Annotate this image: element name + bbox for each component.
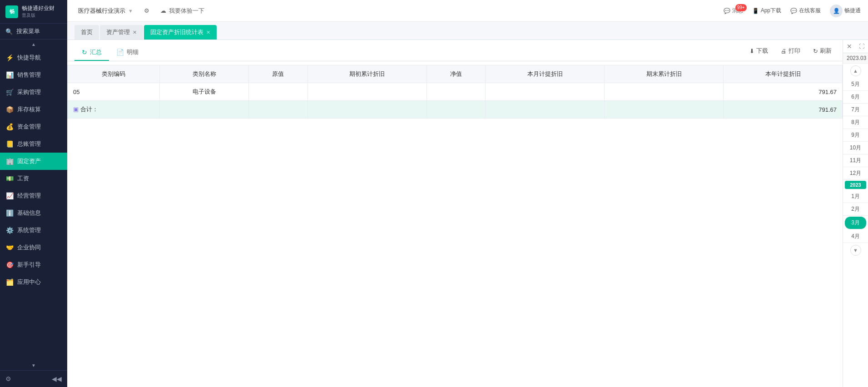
panel-month-9[interactable]: 9月 [843, 129, 868, 142]
sidebar-item-label: 采购管理 [17, 88, 41, 96]
search-icon: 🔍 [5, 28, 13, 35]
guide-icon: 🎯 [5, 261, 14, 269]
panel-expand-button[interactable]: ⛶ [859, 43, 864, 50]
subtotal-end-accumulated [605, 101, 724, 119]
sidebar-scroll-up[interactable]: ▲ [0, 39, 67, 49]
row-annual-depreciation: 791.67 [724, 83, 843, 101]
sidebar: 畅 畅捷通好业财 普及版 🔍 搜索菜单 ▲ ⚡ 快捷导航 📊 销售管理 🛒 采购… [0, 0, 67, 387]
sub-tab-detail[interactable]: 📄 明细 [109, 45, 146, 61]
tab-depreciation-report[interactable]: 固定资产折旧统计表 ✕ [144, 25, 217, 40]
tab-asset-mgmt-label: 资产管理 [106, 28, 130, 36]
footer-settings-icon[interactable]: ⚙ [5, 375, 11, 382]
sidebar-item-quick-nav[interactable]: ⚡ 快捷导航 [0, 49, 67, 66]
panel-close-button[interactable]: ✕ [847, 43, 852, 50]
panel-month-8[interactable]: 8月 [843, 116, 868, 129]
panel-scroll-up-button[interactable]: ▲ [850, 65, 861, 76]
ledger-icon: 📒 [5, 140, 14, 148]
sidebar-item-label: 经营管理 [17, 192, 41, 200]
sidebar-item-operations[interactable]: 📈 经营管理 [0, 187, 67, 204]
tab-depreciation-report-close[interactable]: ✕ [206, 30, 210, 35]
sidebar-item-enterprise[interactable]: 🤝 企业协同 [0, 239, 67, 256]
refresh-button[interactable]: ↻ 刷新 [809, 45, 835, 57]
col-header-annual-depreciation: 本年计提折旧 [724, 65, 843, 83]
sales-icon: 📊 [5, 71, 14, 79]
print-button[interactable]: 🖨 打印 [777, 45, 804, 57]
sidebar-footer: ⚙ ◀◀ [0, 370, 67, 387]
row-code: 05 [68, 83, 160, 101]
messages-button[interactable]: 💬 消息 99+ [724, 7, 743, 15]
panel-scroll-down-button[interactable]: ▼ [850, 245, 861, 256]
sidebar-item-basic-info[interactable]: ℹ️ 基础信息 [0, 204, 67, 222]
tab-depreciation-report-label: 固定资产折旧统计表 [150, 28, 203, 36]
panel-month-2[interactable]: 2月 [843, 203, 868, 216]
sub-tab-summary[interactable]: ↻ 汇总 [74, 45, 109, 61]
app-download-button[interactable]: 📱 App下载 [752, 7, 781, 15]
col-header-original-value: 原值 [249, 65, 308, 83]
user-menu[interactable]: 👤 畅捷通 [830, 5, 861, 17]
panel-month-11[interactable]: 11月 [843, 154, 868, 167]
sidebar-scroll-down[interactable]: ▼ [0, 360, 67, 370]
subtotal-icon: ▣ [73, 106, 79, 113]
footer-collapse-icon[interactable]: ◀◀ [52, 375, 62, 382]
panel-month-4[interactable]: 4月 [843, 230, 868, 243]
col-header-monthly-depreciation: 本月计提折旧 [486, 65, 605, 83]
experience-button[interactable]: ☁ 我要体验一下 [157, 5, 208, 17]
panel-month-5[interactable]: 5月 [843, 78, 868, 91]
subtotal-annual-depreciation: 791.67 [724, 101, 843, 119]
avatar: 👤 [830, 5, 843, 17]
subtotal-initial-accumulated [308, 101, 427, 119]
print-icon: 🖨 [781, 48, 787, 55]
sidebar-item-label: 系统管理 [17, 226, 41, 234]
subtotal-original-value [249, 101, 308, 119]
main-area: 医疗器械行业演示 ▼ ⚙ ☁ 我要体验一下 💬 消息 99+ 📱 App下载 💬… [67, 0, 868, 387]
tabs-bar: 首页 资产管理 ✕ 固定资产折旧统计表 ✕ [67, 22, 868, 40]
sidebar-item-label: 资金管理 [17, 123, 41, 131]
sidebar-item-label: 快捷导航 [17, 54, 41, 62]
operations-icon: 📈 [5, 192, 14, 200]
sidebar-item-inventory[interactable]: 📦 库存核算 [0, 101, 67, 118]
sidebar-item-payroll[interactable]: 💵 工资 [0, 170, 67, 187]
refresh-label: 刷新 [820, 47, 832, 55]
sidebar-item-ledger[interactable]: 📒 总账管理 [0, 135, 67, 153]
tab-home-label: 首页 [81, 28, 93, 36]
customer-service-icon: 💬 [790, 8, 797, 14]
sidebar-item-app-center[interactable]: 🗂️ 应用中心 [0, 273, 67, 291]
panel-month-1[interactable]: 1月 [843, 190, 868, 203]
tab-asset-mgmt-close[interactable]: ✕ [133, 30, 137, 35]
quick-nav-icon: ⚡ [5, 54, 14, 62]
tab-asset-mgmt[interactable]: 资产管理 ✕ [100, 25, 143, 40]
sidebar-item-fixed-assets[interactable]: 🏢 固定资产 [0, 153, 67, 170]
panel-months: ▲ 5月 6月 7月 8月 9月 10月 11月 12月 2023 1月 2月 … [843, 64, 868, 387]
sidebar-item-purchase[interactable]: 🛒 采购管理 [0, 84, 67, 101]
download-label: 下载 [756, 47, 768, 55]
search-menu-button[interactable]: 🔍 搜索菜单 [0, 24, 67, 39]
payroll-icon: 💵 [5, 174, 14, 183]
search-menu-label: 搜索菜单 [16, 27, 40, 35]
app-logo-icon: 畅 [5, 5, 18, 18]
table-row: 05 电子设备 791.67 [68, 83, 843, 101]
sidebar-item-system[interactable]: ⚙️ 系统管理 [0, 222, 67, 239]
col-header-end-accumulated: 期末累计折旧 [605, 65, 724, 83]
download-button[interactable]: ⬇ 下载 [746, 45, 772, 57]
panel-month-10[interactable]: 10月 [843, 142, 868, 154]
panel-year-2023: 2023 [845, 181, 866, 189]
panel-month-3-current[interactable]: 3月 [845, 217, 866, 229]
row-original-value [249, 83, 308, 101]
topbar-settings-button[interactable]: ⚙ [140, 5, 153, 17]
sidebar-item-label: 应用中心 [17, 278, 41, 286]
sidebar-item-label: 固定资产 [17, 157, 41, 165]
panel-month-6[interactable]: 6月 [843, 91, 868, 104]
col-header-net-value: 净值 [427, 65, 486, 83]
sidebar-item-guide[interactable]: 🎯 新手引导 [0, 256, 67, 273]
tab-home[interactable]: 首页 [74, 25, 99, 40]
sidebar-nav: ⚡ 快捷导航 📊 销售管理 🛒 采购管理 📦 库存核算 💰 资金管理 📒 总账管… [0, 49, 67, 360]
sidebar-item-funds[interactable]: 💰 资金管理 [0, 118, 67, 135]
row-monthly-depreciation [486, 83, 605, 101]
sidebar-item-sales[interactable]: 📊 销售管理 [0, 66, 67, 84]
purchase-icon: 🛒 [5, 88, 14, 96]
panel-month-7[interactable]: 7月 [843, 104, 868, 116]
customer-service-button[interactable]: 💬 在线客服 [790, 7, 821, 15]
panel-month-12[interactable]: 12月 [843, 167, 868, 180]
company-selector[interactable]: 医疗器械行业演示 ▼ [74, 5, 137, 17]
settings-icon: ⚙ [144, 7, 149, 14]
